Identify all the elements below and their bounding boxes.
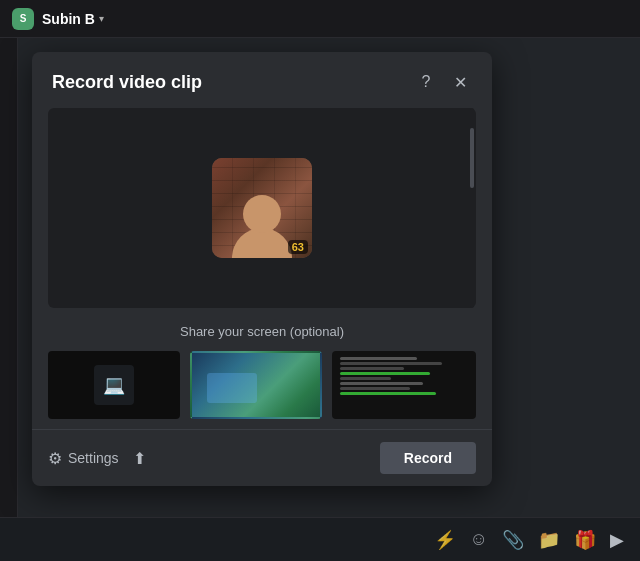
folder-icon[interactable]: 📁 <box>538 529 560 551</box>
chevron-down-icon[interactable]: ▾ <box>99 13 104 24</box>
upload-button[interactable]: ⬆ <box>133 449 146 468</box>
share-section: Share your screen (optional) 💻 <box>32 308 492 429</box>
modal-area: Record video clip ? ✕ 63 <box>18 38 640 517</box>
gift-icon[interactable]: 🎁 <box>574 529 596 551</box>
help-button[interactable]: ? <box>414 70 438 94</box>
settings-button[interactable]: ⚙ Settings <box>48 449 119 468</box>
badge-overlay: 63 <box>288 240 308 254</box>
record-video-modal: Record video clip ? ✕ 63 <box>32 52 492 486</box>
emoji-icon[interactable]: ☺ <box>470 529 488 550</box>
bottom-toolbar: ⚡ ☺ 📎 📁 🎁 ▶ <box>0 517 640 561</box>
modal-header: Record video clip ? ✕ <box>32 52 492 108</box>
workspace-name[interactable]: Subin B <box>42 11 95 27</box>
share-label: Share your screen (optional) <box>48 324 476 339</box>
send-icon[interactable]: ▶ <box>610 529 624 551</box>
gear-icon: ⚙ <box>48 449 62 468</box>
upload-icon: ⬆ <box>133 449 146 468</box>
top-bar: S Subin B ▾ <box>0 0 640 38</box>
thumbnail-nature[interactable] <box>190 351 322 419</box>
settings-label: Settings <box>68 450 119 466</box>
thumbnail-desktop[interactable]: 💻 <box>48 351 180 419</box>
workspace-avatar: S <box>12 8 34 30</box>
modal-footer: ⚙ Settings ⬆ Record <box>32 429 492 486</box>
record-button[interactable]: Record <box>380 442 476 474</box>
modal-title: Record video clip <box>52 72 202 93</box>
left-sidebar <box>0 38 18 517</box>
thumbnail-code[interactable] <box>332 351 476 419</box>
video-preview-area: 63 <box>48 108 476 308</box>
webcam-frame: 63 <box>212 158 312 258</box>
bolt-icon[interactable]: ⚡ <box>434 529 456 551</box>
screen-thumbnails: 💻 <box>48 351 476 419</box>
attach-icon[interactable]: 📎 <box>502 529 524 551</box>
close-button[interactable]: ✕ <box>448 70 472 94</box>
